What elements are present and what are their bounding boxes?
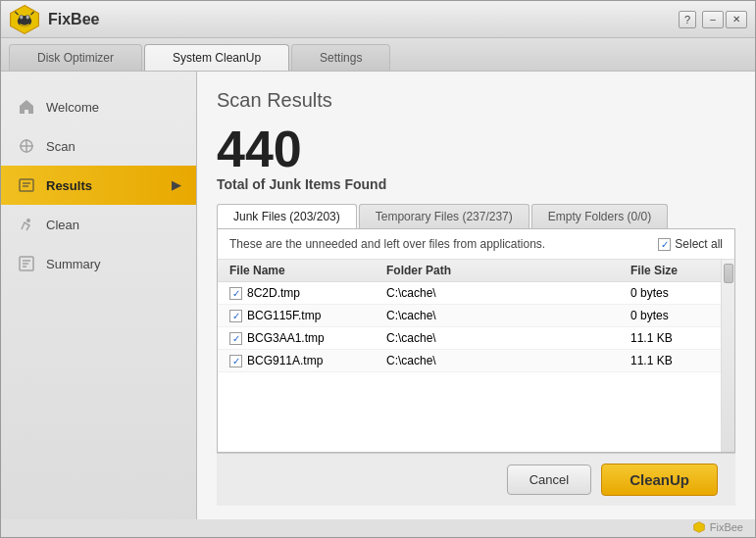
sidebar-item-scan[interactable]: Scan bbox=[1, 126, 196, 166]
titlebar-left: FixBee bbox=[9, 4, 99, 35]
col-size: File Size bbox=[630, 264, 709, 277]
results-header: These are the unneeded and left over fil… bbox=[218, 229, 734, 260]
content-area: Scan Results 440 Total of Junk Items Fou… bbox=[197, 72, 755, 519]
junk-count: 440 bbox=[217, 123, 735, 174]
app-logo bbox=[9, 4, 40, 35]
results-description: These are the unneeded and left over fil… bbox=[229, 237, 650, 251]
scan-icon bbox=[17, 136, 36, 156]
cancel-button[interactable]: Cancel bbox=[507, 465, 591, 495]
table-row[interactable]: 8C2D.tmp C:\cache\ 0 bytes bbox=[218, 282, 721, 305]
cell-path: C:\cache\ bbox=[386, 354, 630, 367]
cell-path: C:\cache\ bbox=[386, 286, 630, 300]
table-row[interactable]: BCG115F.tmp C:\cache\ 0 bytes bbox=[218, 305, 721, 327]
sidebar-label-scan: Scan bbox=[46, 139, 76, 154]
sidebar-item-summary[interactable]: Summary bbox=[1, 244, 196, 283]
svg-point-10 bbox=[26, 219, 30, 222]
row-checkbox[interactable] bbox=[229, 287, 242, 300]
cell-size: 0 bytes bbox=[630, 309, 709, 322]
cell-size: 11.1 KB bbox=[630, 331, 709, 345]
sidebar-label-summary: Summary bbox=[46, 257, 101, 271]
sidebar-label-results: Results bbox=[46, 178, 92, 193]
table-row[interactable]: BCG911A.tmp C:\cache\ 11.1 KB bbox=[218, 350, 721, 372]
select-all-label: Select all bbox=[675, 237, 723, 251]
sidebar-item-clean[interactable]: Clean bbox=[1, 205, 196, 244]
svg-marker-12 bbox=[693, 522, 704, 533]
footer-brand-text: FixBee bbox=[710, 521, 743, 533]
bottom-bar: Cancel CleanUp bbox=[217, 453, 735, 506]
subtabs: Junk Files (203/203) Temporary Files (23… bbox=[217, 204, 735, 229]
summary-icon bbox=[17, 254, 36, 273]
titlebar-controls: ? – ✕ bbox=[679, 11, 747, 28]
table-row[interactable]: BCG3AA1.tmp C:\cache\ 11.1 KB bbox=[218, 327, 721, 350]
col-filename: File Name bbox=[229, 264, 386, 277]
cell-path: C:\cache\ bbox=[386, 331, 630, 345]
close-button[interactable]: ✕ bbox=[726, 11, 747, 28]
sidebar-item-welcome[interactable]: Welcome bbox=[1, 87, 196, 126]
titlebar: FixBee ? – ✕ bbox=[1, 1, 755, 38]
cell-path: C:\cache\ bbox=[386, 309, 630, 322]
sidebar: Welcome Scan bbox=[1, 72, 197, 519]
row-checkbox[interactable] bbox=[229, 332, 242, 345]
help-button[interactable]: ? bbox=[679, 11, 696, 28]
results-panel: These are the unneeded and left over fil… bbox=[217, 229, 735, 453]
cell-filename: BCG911A.tmp bbox=[229, 354, 386, 367]
sidebar-label-welcome: Welcome bbox=[46, 100, 99, 115]
select-all-area[interactable]: Select all bbox=[658, 237, 723, 251]
clean-icon bbox=[17, 215, 36, 234]
cell-filename: 8C2D.tmp bbox=[229, 286, 386, 300]
subtab-temp-files[interactable]: Temporary Files (237/237) bbox=[359, 204, 529, 228]
home-icon bbox=[17, 97, 36, 117]
table-container: File Name Folder Path File Size 8C2D bbox=[218, 260, 734, 452]
tab-system-cleanup[interactable]: System CleanUp bbox=[144, 44, 289, 71]
row-checkbox[interactable] bbox=[229, 355, 242, 367]
cell-filename: BCG115F.tmp bbox=[229, 309, 386, 322]
table-header: File Name Folder Path File Size bbox=[218, 260, 721, 282]
table-rows: 8C2D.tmp C:\cache\ 0 bytes BCG115F.tmp C… bbox=[218, 282, 721, 372]
file-table: File Name Folder Path File Size 8C2D bbox=[218, 260, 721, 452]
results-chevron: ▶ bbox=[172, 178, 180, 192]
col-path: Folder Path bbox=[386, 264, 630, 277]
sidebar-item-results[interactable]: Results ▶ bbox=[1, 166, 196, 205]
cell-filename: BCG3AA1.tmp bbox=[229, 331, 386, 345]
minimize-button[interactable]: – bbox=[702, 11, 724, 28]
scrollbar-track[interactable] bbox=[721, 260, 734, 452]
footer: FixBee bbox=[1, 519, 755, 537]
subtab-junk-files[interactable]: Junk Files (203/203) bbox=[217, 204, 357, 228]
cleanup-button[interactable]: CleanUp bbox=[601, 464, 718, 496]
tabbar: Disk Optimizer System CleanUp Settings bbox=[1, 38, 755, 72]
select-all-checkbox[interactable] bbox=[658, 238, 671, 251]
sidebar-label-clean: Clean bbox=[46, 218, 79, 232]
subtab-empty-folders[interactable]: Empty Folders (0/0) bbox=[531, 204, 668, 228]
cell-size: 11.1 KB bbox=[630, 354, 709, 367]
svg-point-5 bbox=[26, 15, 29, 19]
page-title: Scan Results bbox=[217, 89, 735, 112]
svg-rect-9 bbox=[20, 179, 33, 191]
scrollbar-thumb[interactable] bbox=[724, 264, 733, 283]
svg-point-4 bbox=[20, 15, 23, 19]
footer-logo-icon bbox=[693, 521, 705, 533]
tab-settings[interactable]: Settings bbox=[291, 44, 390, 71]
junk-label: Total of Junk Items Found bbox=[217, 176, 735, 192]
main-area: Welcome Scan bbox=[1, 72, 755, 519]
main-window: FixBee ? – ✕ Disk Optimizer System Clean… bbox=[0, 0, 756, 538]
row-checkbox[interactable] bbox=[229, 310, 242, 322]
cell-size: 0 bytes bbox=[630, 286, 709, 300]
app-title: FixBee bbox=[48, 11, 99, 28]
results-icon bbox=[17, 175, 36, 195]
tab-disk-optimizer[interactable]: Disk Optimizer bbox=[9, 44, 142, 71]
